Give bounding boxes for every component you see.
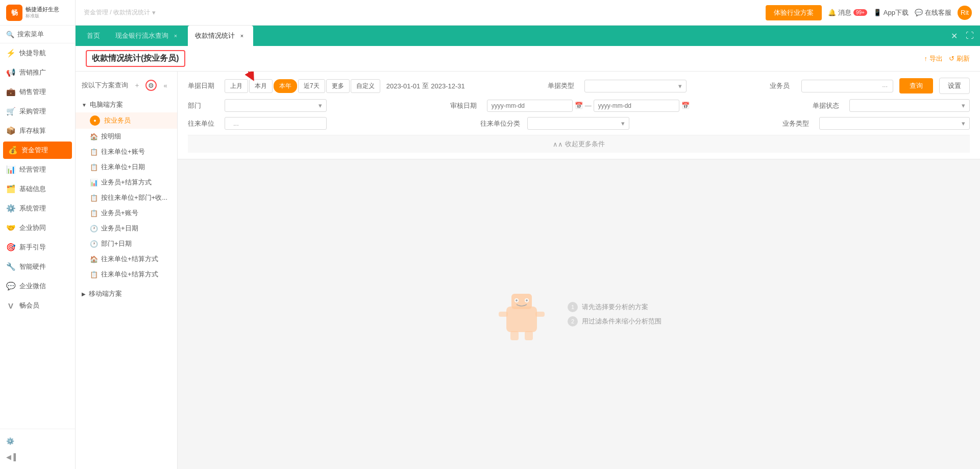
date-btn-last-month[interactable]: 上月 — [225, 79, 248, 93]
tree-child-detail[interactable]: 🏠 按明细 — [76, 129, 177, 144]
tab-receipt-close[interactable]: × — [238, 32, 246, 40]
query-btn[interactable]: 查询 — [899, 78, 933, 93]
unit-date-icon: 📋 — [90, 163, 98, 171]
data-area: 1 请先选择要分析的方案 2 用过滤条件来缩小分析范围 — [178, 159, 980, 469]
tab-bank-close[interactable]: × — [172, 32, 180, 40]
tab-receipt-label: 收款情况统计 — [195, 31, 235, 40]
sidebar-item-operation[interactable]: 📊 经营管理 — [0, 160, 75, 179]
set-btn[interactable]: 设置 — [939, 78, 970, 94]
unit-select[interactable]: ... — [225, 117, 327, 130]
date-btn-more[interactable]: 更多 — [326, 79, 350, 93]
trial-btn[interactable]: 体验行业方案 — [766, 5, 822, 20]
review-date-end[interactable] — [594, 100, 679, 112]
tree-child-salesman-settle[interactable]: 📊 业务员+结算方式 — [76, 175, 177, 190]
online-service-btn[interactable]: 💬 在线客服 — [915, 8, 951, 17]
tab-close-all-icon[interactable]: ✕ — [949, 29, 960, 43]
app-download-btn[interactable]: 📱 App下载 — [873, 8, 909, 17]
tree-mobile-parent[interactable]: ▶ 移动端方案 — [76, 286, 177, 301]
date-btn-custom[interactable]: 自定义 — [351, 79, 380, 93]
tree-unit-date-label: 往来单位+日期 — [101, 162, 145, 172]
tree-child-unit-settle2[interactable]: 📋 往来单位+结算方式 — [76, 267, 177, 282]
quicknav-label: 快捷导航 — [19, 49, 46, 58]
sidebar-bottom-settings[interactable]: ⚙️ — [0, 433, 75, 449]
dept-select[interactable]: ▾ — [225, 99, 327, 112]
sidebar-bottom: ⚙️ ◀▐ — [0, 429, 75, 469]
purchase-icon: 🛒 — [6, 107, 15, 116]
sidebar-logo: 畅 畅捷通好生意 标准版 — [0, 0, 75, 26]
export-btn[interactable]: ↑ 导出 — [924, 54, 943, 63]
cal-end-icon[interactable]: 📅 — [681, 102, 690, 109]
date-btn-this-year[interactable]: 本年 — [274, 79, 297, 93]
refresh-btn[interactable]: ↺ 刷新 — [949, 54, 970, 63]
panel-settings-btn[interactable]: ⚙ — [145, 80, 157, 91]
tree-child-unit-dept[interactable]: 📋 按往来单位+部门+收... — [76, 190, 177, 205]
sidebar-item-hardware[interactable]: 🔧 智能硬件 — [0, 257, 75, 276]
biz-type-select[interactable]: ▾ — [819, 117, 970, 130]
tabbar: 首页 现金银行流水查询 × 收款情况统计 × ✕ ⛶ — [76, 26, 980, 46]
notification-btn[interactable]: 🔔 消息 99+ — [828, 8, 867, 17]
export-label: 导出 — [929, 54, 943, 63]
collapse-icon: ∧∧ — [553, 140, 563, 148]
user-avatar[interactable]: Rit — [958, 6, 972, 20]
tree-salesman-label: 按业务员 — [104, 116, 131, 125]
sidebar-item-basic[interactable]: 🗂️ 基础信息 — [0, 179, 75, 199]
tree-child-unit-date[interactable]: 📋 往来单位+日期 — [76, 159, 177, 175]
doc-type-select[interactable]: ▾ — [584, 80, 687, 92]
logo-icon: 畅 — [6, 5, 22, 21]
sidebar-item-marketing[interactable]: 📢 营销推广 — [0, 63, 75, 82]
review-date-start[interactable] — [487, 100, 573, 112]
filter-row-date: 单据日期 上月 本月 本年 近7天 更多 自定义 2023-01-01 至 20… — [188, 78, 970, 94]
collapse-label: 收起更多条件 — [565, 139, 605, 149]
breadcrumb-dropdown-icon[interactable]: ▾ — [152, 9, 156, 16]
sidebar-item-capital[interactable]: 💰 资金管理 — [3, 142, 72, 159]
doc-type-label: 单据类型 — [548, 81, 578, 90]
tree-child-salesman[interactable]: ● 按业务员 — [76, 112, 177, 129]
salesman-select[interactable]: ··· — [801, 80, 893, 92]
doc-type-dropdown-icon: ▾ — [678, 82, 682, 90]
sidebar-item-inventory[interactable]: 📦 库存核算 — [0, 121, 75, 140]
tree-detail-label: 按明细 — [101, 132, 121, 141]
doc-status-select[interactable]: ▾ — [849, 99, 970, 112]
filter-area: 单据日期 上月 本月 本年 近7天 更多 自定义 2023-01-01 至 20… — [178, 72, 980, 159]
sidebar-item-guide[interactable]: 🎯 新手引导 — [0, 238, 75, 257]
tree-desktop-parent[interactable]: ▼ 电脑端方案 — [76, 97, 177, 112]
tab-bank[interactable]: 现金银行流水查询 × — [108, 26, 187, 46]
tip-item-2: 2 用过滤条件来缩小分析范围 — [568, 316, 662, 326]
unit-classify-select[interactable]: ▾ — [527, 117, 629, 130]
tree-child-dept-date[interactable]: 🕐 部门+日期 — [76, 236, 177, 251]
tree-child-salesman-account[interactable]: 📋 业务员+账号 — [76, 205, 177, 221]
date-btn-this-month[interactable]: 本月 — [249, 79, 273, 93]
tree-child-unit-settle1[interactable]: 🏠 往来单位+结算方式 — [76, 251, 177, 267]
sidebar-bottom-collapse[interactable]: ◀▐ — [0, 449, 75, 465]
tree-child-unit-account[interactable]: 📋 往来单位+账号 — [76, 144, 177, 159]
panel-add-btn[interactable]: ＋ — [131, 80, 142, 91]
sidebar-item-enterprise[interactable]: 🤝 企业协同 — [0, 218, 75, 238]
notification-badge: 99+ — [853, 9, 867, 16]
member-icon: V — [6, 301, 15, 310]
tab-home-label: 首页 — [87, 31, 100, 40]
svg-rect-9 — [525, 331, 533, 340]
date-btn-last7[interactable]: 近7天 — [298, 79, 325, 93]
tab-receipt[interactable]: 收款情况统计 × — [188, 26, 253, 46]
wechat-label: 企业微信 — [19, 282, 46, 291]
sidebar-search[interactable]: 🔍 搜索菜单 — [0, 26, 75, 43]
collapse-bar[interactable]: ∧∧ 收起更多条件 — [188, 135, 970, 153]
sidebar-item-wechat[interactable]: 💬 企业微信 — [0, 276, 75, 296]
unit-dots: ... — [233, 120, 239, 127]
tab-fullscreen-icon[interactable]: ⛶ — [964, 29, 976, 42]
tree-unit-dept-label: 按往来单位+部门+收... — [101, 193, 167, 202]
page-header: 收款情况统计(按业务员) ↑ 导出 ↺ 刷新 — [76, 46, 980, 72]
panel-collapse-btn[interactable]: « — [160, 80, 171, 91]
add-icon: ＋ — [134, 81, 140, 90]
tree-child-salesman-date[interactable]: 🕐 业务员+日期 — [76, 221, 177, 236]
member-label: 畅会员 — [19, 301, 39, 310]
sidebar-item-system[interactable]: ⚙️ 系统管理 — [0, 199, 75, 218]
sidebar-item-member[interactable]: V 畅会员 — [0, 296, 75, 315]
sidebar-item-sales[interactable]: 💼 销售管理 — [0, 82, 75, 102]
salesman-dropdown-icon: ··· — [882, 82, 888, 90]
sidebar-item-quicknav[interactable]: ⚡ 快捷导航 — [0, 43, 75, 63]
gear-icon: ⚙ — [148, 82, 154, 89]
sidebar-item-purchase[interactable]: 🛒 采购管理 — [0, 102, 75, 121]
tab-home[interactable]: 首页 — [80, 26, 107, 46]
cal-start-icon[interactable]: 📅 — [575, 102, 583, 109]
